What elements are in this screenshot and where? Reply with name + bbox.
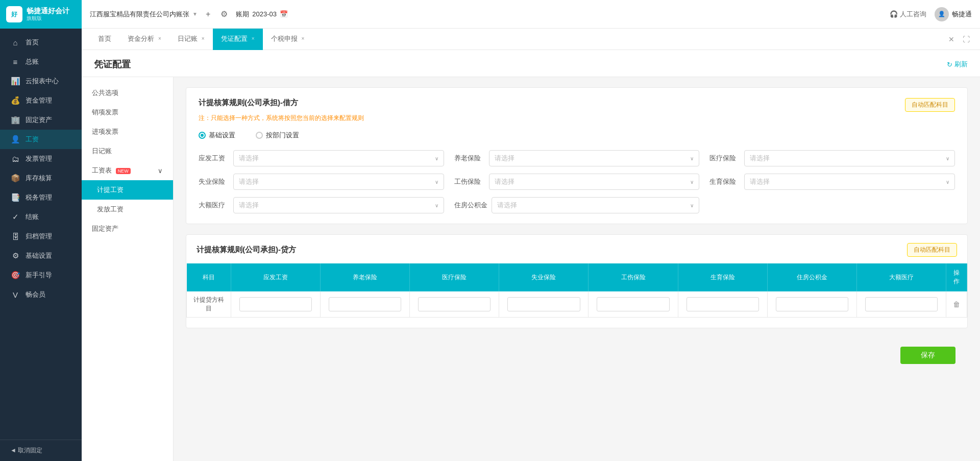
sidebar-item-ledger[interactable]: ≡ 总账 <box>0 52 82 71</box>
sidebar-item-settings[interactable]: ⚙ 基础设置 <box>0 246 82 265</box>
content-layout: 公共选项 销项发票 进项发票 日记账 工资表 NEW <box>82 77 980 461</box>
housing-fund-placeholder: 请选择 <box>497 201 517 210</box>
tab-tax-close[interactable]: × <box>302 36 305 41</box>
left-nav-purchase[interactable]: 进项发票 <box>82 122 173 141</box>
input-housing-fund[interactable] <box>776 297 848 311</box>
close-window-button[interactable]: ✕ <box>946 33 957 45</box>
radio-dept-label: 按部门设置 <box>266 131 299 140</box>
tab-voucher-close[interactable]: × <box>252 36 255 41</box>
cell-major-medical <box>857 292 946 318</box>
assets-icon: 🏢 <box>10 115 20 125</box>
sidebar-label-ledger: 总账 <box>26 57 39 66</box>
left-nav-calc-salary[interactable]: 计提工资 <box>82 180 173 200</box>
form-item-work-injury: 工伤保险 请选择 ∨ <box>454 174 700 190</box>
tab-voucher[interactable]: 凭证配置 × <box>213 29 263 50</box>
form-item-gross-salary: 应发工资 请选择 ∨ <box>199 150 444 166</box>
debit-section: 计提核算规则(公司承担)-借方 注：只能选择一种方式，系统将按照您当前的选择来配… <box>186 87 968 224</box>
sidebar-item-assets[interactable]: 🏢 固定资产 <box>0 110 82 130</box>
sidebar-item-guide[interactable]: 🎯 新手引导 <box>0 265 82 285</box>
expand-button[interactable]: ⛶ <box>961 33 972 45</box>
credit-auto-match-button[interactable]: 自动匹配科目 <box>907 243 957 257</box>
unemployment-select[interactable]: 请选择 ∨ <box>233 174 444 190</box>
sidebar-item-funds[interactable]: 💰 资金管理 <box>0 91 82 110</box>
housing-fund-label: 住房公积金 <box>454 201 487 210</box>
major-medical-placeholder: 请选择 <box>239 201 259 210</box>
radio-dept[interactable]: 按部门设置 <box>256 131 299 140</box>
tab-tax-label: 个税申报 <box>271 34 298 43</box>
sidebar: 好 畅捷通好会计 旗舰版 ⌂ 首页 ≡ 总账 📊 云报表中心 💰 资金管理 🏢 … <box>0 0 82 461</box>
major-medical-select[interactable]: 请选择 ∨ <box>233 197 444 213</box>
left-nav-journal[interactable]: 日记账 <box>82 141 173 161</box>
left-nav-sub: 计提工资 发放工资 <box>82 180 173 219</box>
left-nav-fixed-assets[interactable]: 固定资产 <box>82 219 173 238</box>
tab-funds-close[interactable]: × <box>158 36 161 41</box>
topbar: 江西服宝精品有限责任公司内账张 ▼ + ⚙ 账期 2023-03 📅 🎧 人工咨… <box>82 0 980 29</box>
tab-journal[interactable]: 日记账 × <box>169 29 213 50</box>
salary-icon: 👤 <box>10 135 20 144</box>
cell-maternity <box>678 292 767 318</box>
left-nav: 公共选项 销项发票 进项发票 日记账 工资表 NEW <box>82 77 174 461</box>
left-nav-public[interactable]: 公共选项 <box>82 83 173 103</box>
left-nav-sales[interactable]: 销项发票 <box>82 103 173 122</box>
input-unemployment[interactable] <box>507 297 580 311</box>
save-button[interactable]: 保存 <box>900 347 955 364</box>
topbar-settings-button[interactable]: ⚙ <box>218 7 230 21</box>
left-nav-pay-salary[interactable]: 发放工资 <box>82 200 173 219</box>
unemployment-placeholder: 请选择 <box>239 177 259 186</box>
sidebar-item-salary[interactable]: 👤 工资 <box>0 130 82 149</box>
housing-fund-arrow: ∨ <box>690 203 694 208</box>
left-nav-salary-table[interactable]: 工资表 NEW ∨ <box>82 161 173 180</box>
refresh-button[interactable]: ↻ 刷新 <box>947 60 968 69</box>
major-medical-arrow: ∨ <box>435 203 438 208</box>
pension-select[interactable]: 请选择 ∨ <box>489 150 700 166</box>
sidebar-item-closing[interactable]: ✓ 结账 <box>0 207 82 227</box>
input-maternity[interactable] <box>687 297 759 311</box>
sidebar-item-invoice[interactable]: 🗂 发票管理 <box>0 149 82 168</box>
housing-fund-select[interactable]: 请选择 ∨ <box>492 197 700 213</box>
avatar: 👤 <box>935 7 949 21</box>
radio-basic[interactable]: 基础设置 <box>199 131 235 140</box>
member-icon: V <box>10 290 20 299</box>
sidebar-item-home[interactable]: ⌂ 首页 <box>0 33 82 52</box>
gross-salary-arrow: ∨ <box>435 156 438 161</box>
period-label: 账期 <box>236 10 249 19</box>
input-medical[interactable] <box>418 297 491 311</box>
sidebar-item-reports[interactable]: 📊 云报表中心 <box>0 71 82 91</box>
sidebar-item-member[interactable]: V 畅会员 <box>0 285 82 304</box>
input-gross-salary[interactable] <box>239 297 312 311</box>
work-injury-select[interactable]: 请选择 ∨ <box>489 174 700 190</box>
tab-journal-close[interactable]: × <box>202 36 205 41</box>
th-gross-salary: 应发工资 <box>231 263 320 292</box>
maternity-select[interactable]: 请选择 ∨ <box>744 174 955 190</box>
radio-basic-label: 基础设置 <box>209 131 235 140</box>
topbar-settings-icon: ⚙ <box>220 10 228 18</box>
add-button[interactable]: + <box>204 8 212 21</box>
sidebar-item-tax[interactable]: 📑 税务管理 <box>0 188 82 207</box>
medical-select[interactable]: 请选择 ∨ <box>744 150 955 166</box>
th-major-medical: 大额医疗 <box>857 263 946 292</box>
gross-salary-placeholder: 请选择 <box>239 154 259 163</box>
tab-tax[interactable]: 个税申报 × <box>263 29 313 50</box>
company-selector[interactable]: 江西服宝精品有限责任公司内账张 ▼ <box>90 10 198 19</box>
delete-row-button[interactable]: 🗑 <box>953 300 960 308</box>
user-menu[interactable]: 👤 畅捷通 <box>935 7 972 21</box>
sidebar-item-archive[interactable]: 🗄 归档管理 <box>0 227 82 246</box>
logo-title: 畅捷通好会计 <box>27 7 69 15</box>
sidebar-label-assets: 固定资产 <box>26 115 52 125</box>
sidebar-item-inventory[interactable]: 📦 库存核算 <box>0 168 82 188</box>
table-row: 计提贷方科目 🗑 <box>187 292 967 318</box>
input-major-medical[interactable] <box>865 297 938 311</box>
sidebar-label-funds: 资金管理 <box>26 96 52 105</box>
sidebar-unpin[interactable]: ◄ 取消固定 <box>0 440 82 461</box>
tab-funds[interactable]: 资金分析 × <box>119 29 169 50</box>
consult-button[interactable]: 🎧 人工咨询 <box>890 10 926 19</box>
tab-home[interactable]: 首页 <box>90 29 119 50</box>
debit-auto-match-button[interactable]: 自动匹配科目 <box>905 98 955 112</box>
input-pension[interactable] <box>329 297 401 311</box>
tab-funds-label: 资金分析 <box>128 34 154 43</box>
user-name: 畅捷通 <box>952 10 972 19</box>
input-work-injury[interactable] <box>597 297 669 311</box>
main-area: 江西服宝精品有限责任公司内账张 ▼ + ⚙ 账期 2023-03 📅 🎧 人工咨… <box>82 0 980 461</box>
gross-salary-select[interactable]: 请选择 ∨ <box>233 150 444 166</box>
new-badge: NEW <box>116 168 131 174</box>
